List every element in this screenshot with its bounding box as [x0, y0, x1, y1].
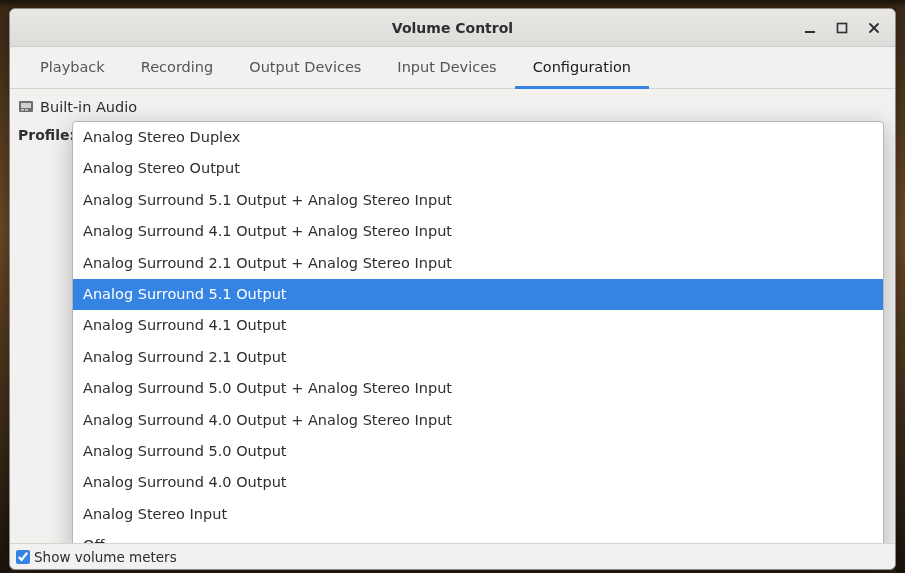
svg-rect-3: [21, 103, 31, 108]
profile-option[interactable]: Analog Surround 5.0 Output: [73, 436, 883, 467]
profile-option[interactable]: Analog Stereo Input: [73, 499, 883, 530]
tab-input-devices[interactable]: Input Devices: [379, 47, 514, 89]
profile-option[interactable]: Off: [73, 530, 883, 543]
sound-card-icon: [18, 99, 34, 115]
svg-rect-5: [25, 109, 28, 111]
tab-bar: PlaybackRecordingOutput DevicesInput Dev…: [10, 47, 895, 89]
footer-bar: Show volume meters: [10, 543, 895, 569]
minimize-button[interactable]: [795, 15, 825, 41]
titlebar[interactable]: Volume Control: [10, 9, 895, 47]
profile-option[interactable]: Analog Surround 4.1 Output + Analog Ster…: [73, 216, 883, 247]
maximize-button[interactable]: [827, 15, 857, 41]
svg-rect-0: [805, 31, 815, 33]
profile-option[interactable]: Analog Surround 4.0 Output: [73, 467, 883, 498]
profile-option[interactable]: Analog Stereo Output: [73, 153, 883, 184]
content-area: Built-in Audio Profile: Analog Stereo Du…: [10, 89, 895, 543]
minimize-icon: [803, 21, 817, 35]
tab-playback[interactable]: Playback: [22, 47, 123, 89]
maximize-icon: [835, 21, 849, 35]
tab-output-devices[interactable]: Output Devices: [231, 47, 379, 89]
tab-recording[interactable]: Recording: [123, 47, 232, 89]
app-window: Volume Control PlaybackRecordingOutput D…: [9, 8, 896, 570]
profile-option[interactable]: Analog Surround 4.0 Output + Analog Ster…: [73, 405, 883, 436]
show-volume-meters-label[interactable]: Show volume meters: [34, 549, 177, 565]
profile-dropdown-popup[interactable]: Analog Stereo DuplexAnalog Stereo Output…: [72, 121, 884, 543]
svg-rect-1: [838, 23, 847, 32]
device-header: Built-in Audio: [18, 97, 887, 121]
profile-option[interactable]: Analog Surround 5.1 Output: [73, 279, 883, 310]
profile-option[interactable]: Analog Surround 5.0 Output + Analog Ster…: [73, 373, 883, 404]
profile-option[interactable]: Analog Surround 5.1 Output + Analog Ster…: [73, 185, 883, 216]
close-button[interactable]: [859, 15, 889, 41]
profile-label: Profile:: [18, 125, 75, 143]
close-icon: [867, 21, 881, 35]
profile-option[interactable]: Analog Surround 2.1 Output: [73, 342, 883, 373]
profile-option[interactable]: Analog Surround 2.1 Output + Analog Ster…: [73, 248, 883, 279]
window-controls: [795, 9, 889, 46]
show-volume-meters-checkbox[interactable]: [16, 550, 30, 564]
device-name: Built-in Audio: [40, 99, 137, 115]
profile-option[interactable]: Analog Surround 4.1 Output: [73, 310, 883, 341]
window-title: Volume Control: [392, 20, 513, 36]
profile-option[interactable]: Analog Stereo Duplex: [73, 122, 883, 153]
svg-rect-4: [21, 109, 24, 111]
tab-configuration[interactable]: Configuration: [515, 47, 649, 89]
